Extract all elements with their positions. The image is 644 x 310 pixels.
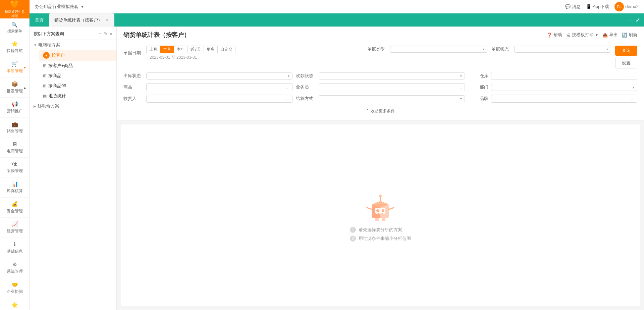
date-tab-last-7[interactable]: 近7天	[187, 46, 204, 53]
refresh-button[interactable]: 🔄 刷新	[622, 32, 637, 38]
out-status-select[interactable]: ▾	[146, 72, 292, 80]
tab-minimize-icon[interactable]: —	[628, 17, 633, 23]
goods-label: 商品	[123, 84, 144, 90]
collapse-panel-icon[interactable]: «	[110, 31, 112, 37]
page-title: 销货单统计表（按客户）	[123, 31, 190, 39]
goods-ellipsis: ...	[286, 85, 289, 90]
payment-status-arrow: ▾	[460, 74, 462, 78]
sidebar-item-retail[interactable]: 🛒 零售管理 ▼	[0, 57, 29, 78]
edit-scheme-icon[interactable]: ✎	[104, 31, 108, 37]
sidebar-item-inventory[interactable]: 📊 库存核算	[0, 177, 29, 198]
breadcrumb-arrow[interactable]: ▾	[81, 4, 84, 9]
tree-parent-pc[interactable]: ▼ 电脑端方案	[30, 40, 116, 50]
add-scheme-icon[interactable]: +	[99, 31, 102, 37]
tree-item-by-goods[interactable]: ⊞ 按商品	[39, 71, 116, 81]
app-download-nav-item[interactable]: 📱 App下载	[586, 4, 609, 10]
sidebar-item-finance[interactable]: 💰 资金管理	[0, 198, 29, 218]
sidebar-item-system-label: 系统管理	[7, 269, 23, 274]
goods-input[interactable]: ...	[146, 83, 292, 91]
tab-home-label: 首页	[35, 17, 44, 23]
tab-close-icon[interactable]: ✕	[106, 18, 109, 22]
tree-parent-mobile[interactable]: ▶ 移动端方案	[30, 101, 116, 111]
payment-method-arrow: ▾	[460, 97, 462, 101]
sidebar-item-enterprise[interactable]: 🤝 企业协同	[0, 278, 29, 298]
print-button[interactable]: 🖨 按模板打印 ▼	[566, 32, 598, 38]
logo-text: 畅捷通好生意	[5, 9, 25, 14]
tree-item-by-goods-label: 按商品	[48, 73, 61, 79]
salesperson-ellipsis: ...	[459, 85, 462, 90]
date-tab-more[interactable]: 更多	[204, 46, 217, 53]
payment-status-select[interactable]: ▾	[319, 72, 465, 80]
payment-method-select[interactable]: ▾	[319, 95, 465, 102]
date-tabs: 上月 本月 本年 近7天 更多 自定义	[146, 46, 235, 53]
empty-state: 1 请先选择要分析的方案 2 用过滤条件来缩小分析范围	[350, 189, 411, 242]
export-button[interactable]: 📤 导出	[602, 32, 618, 38]
sidebar-item-basicinfo[interactable]: ℹ 基础信息	[0, 238, 29, 258]
sidebar-item-system[interactable]: ⚙ 系统管理	[0, 258, 29, 278]
help-button[interactable]: ❓ 帮助	[547, 32, 562, 38]
tree-item-by-customer-goods[interactable]: ⊞ 按客户+商品	[39, 61, 116, 71]
search-nav-label: 搜索菜单	[7, 29, 22, 34]
right-panel: 销货单统计表（按客户） ❓ 帮助 🖨 按模板打印 ▼ 📤 导出	[117, 27, 644, 310]
tree-item-by-customer-goods-icon: ⊞	[43, 63, 46, 68]
logo[interactable]: 🧡 畅捷通好生意 标版	[0, 0, 30, 18]
user-nav-item[interactable]: Ea demo2	[614, 2, 639, 11]
tree-item-by-goods-99[interactable]: ⊞ 按商品99	[39, 81, 116, 91]
sidebar-item-sales[interactable]: 💼 销售管理	[0, 118, 29, 138]
refresh-icon: 🔄	[622, 33, 627, 38]
date-tab-this-month[interactable]: 本月	[160, 46, 174, 53]
doc-type-arrow: ▾	[483, 47, 484, 51]
collapse-filters-button[interactable]: ⌃ 收起更多条件	[123, 106, 637, 116]
sidebar-item-basicinfo-label: 基础信息	[7, 249, 23, 254]
sidebar-item-inventory-label: 库存核算	[7, 188, 23, 194]
sidebar-item-marketing[interactable]: 📢 营销推广	[0, 98, 29, 118]
tip-item-2: 2 用过滤条件来缩小分析范围	[350, 236, 411, 242]
sidebar-item-wholesale[interactable]: 📦 批发管理 ▲	[0, 78, 29, 98]
sidebar-item-quicknav[interactable]: ⭐ 快捷导航	[0, 37, 29, 57]
query-button[interactable]: 查询	[615, 46, 637, 56]
sidebar-item-operations-label: 经营管理	[7, 228, 23, 234]
header-actions: ❓ 帮助 🖨 按模板打印 ▼ 📤 导出 🔄 刷新	[547, 32, 637, 38]
warehouse-input[interactable]: ...	[491, 72, 637, 80]
retail-arrow: ▼	[23, 65, 26, 69]
brand-ellipsis: ...	[631, 96, 634, 101]
sidebar-item-ecommerce[interactable]: 🖥 电商管理	[0, 138, 29, 158]
doc-status-label: 单据状态	[491, 46, 512, 52]
date-tab-custom[interactable]: 自定义	[217, 46, 235, 53]
sidebar-item-operations[interactable]: 📈 经营管理	[0, 218, 29, 238]
tree-item-by-customer[interactable]: ● 按客户	[39, 50, 116, 61]
tree-item-return-stats[interactable]: ▤ 退货统计	[39, 91, 116, 101]
tab-home[interactable]: 首页	[30, 13, 49, 27]
brand-input[interactable]: ...	[491, 95, 637, 103]
payment-method-label: 结算方式	[296, 96, 316, 102]
receiver-input[interactable]: ...	[146, 95, 292, 103]
message-nav-item[interactable]: 💬 消息	[565, 4, 581, 10]
salesperson-input[interactable]: ...	[319, 83, 465, 91]
sidebar-item-purchase[interactable]: 🛍 采购管理	[0, 158, 29, 177]
tab-sales-stats-label: 销货单统计表（按客户）	[54, 17, 102, 23]
top-nav-right: 💬 消息 📱 App下载 Ea demo2	[565, 2, 639, 11]
date-tab-this-year[interactable]: 本年	[174, 46, 187, 53]
doc-type-label: 单据类型	[367, 46, 387, 52]
sidebar-item-guide[interactable]: 🌟 新手引导	[0, 298, 29, 310]
tip-num-1: 1	[350, 227, 356, 233]
search-icon: 🔍	[11, 22, 18, 28]
system-icon: ⚙	[12, 261, 17, 268]
search-nav-item[interactable]: 🔍 搜索菜单	[0, 18, 29, 37]
tab-maximize-icon[interactable]: ⤢	[636, 17, 640, 23]
tab-sales-stats[interactable]: 销货单统计表（按客户） ✕	[49, 13, 114, 27]
department-select[interactable]: ▾	[491, 84, 637, 91]
sidebar-item-enterprise-label: 企业协同	[7, 289, 23, 295]
tree-item-by-goods-99-label: 按商品99	[48, 83, 66, 89]
print-icon: 🖨	[566, 33, 571, 38]
tree-expand-icon: ▼	[34, 43, 37, 47]
settings-button[interactable]: 设置	[615, 58, 637, 68]
tip-text-2: 用过滤条件来缩小分析范围	[359, 236, 411, 242]
tip-text-1: 请先选择要分析的方案	[359, 227, 402, 233]
basicinfo-icon: ℹ	[14, 241, 16, 248]
svg-rect-11	[382, 218, 385, 221]
doc-status-select[interactable]: ▾	[514, 46, 611, 53]
doc-type-select[interactable]: ▾	[390, 46, 487, 53]
svg-line-9	[389, 208, 394, 209]
date-tab-last-month[interactable]: 上月	[146, 46, 160, 53]
